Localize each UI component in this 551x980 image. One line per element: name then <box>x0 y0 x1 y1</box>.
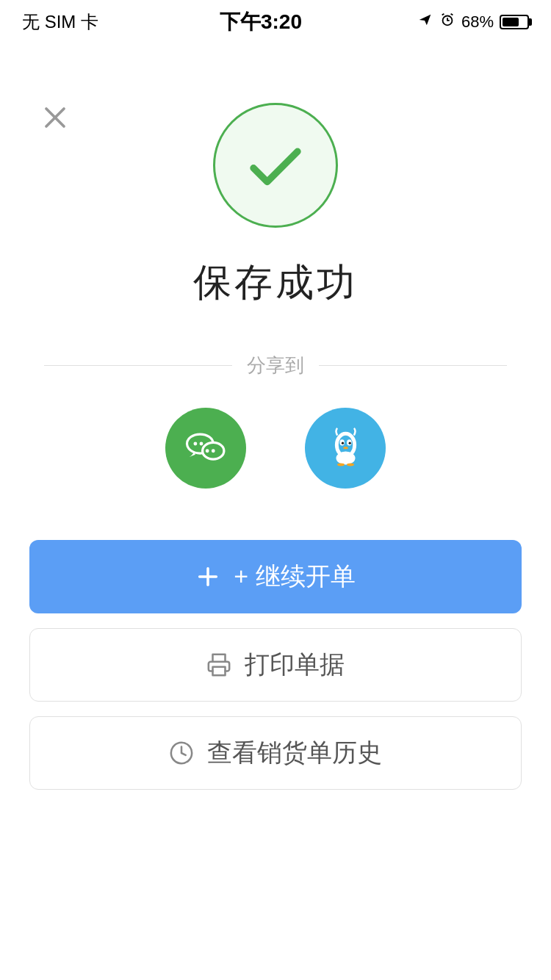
qq-share-button[interactable] <box>305 408 386 489</box>
success-title: 保存成功 <box>193 257 358 309</box>
svg-point-9 <box>193 442 197 445</box>
svg-point-10 <box>199 442 203 445</box>
history-button[interactable]: 查看销货单历史 <box>29 716 522 790</box>
svg-point-12 <box>211 449 215 453</box>
svg-point-11 <box>205 449 209 453</box>
svg-marker-1 <box>419 15 431 26</box>
status-bar: 无 SIM 卡 下午3:20 68% <box>0 0 551 44</box>
battery-icon <box>500 15 529 29</box>
battery-percentage: 68% <box>461 12 494 32</box>
close-button[interactable] <box>37 99 73 136</box>
wechat-share-button[interactable] <box>165 408 246 489</box>
svg-line-3 <box>442 14 444 15</box>
svg-point-21 <box>337 463 345 466</box>
svg-point-19 <box>343 447 348 449</box>
status-right: 68% <box>417 12 529 32</box>
wechat-icon <box>182 425 230 472</box>
plus-icon <box>195 564 220 589</box>
print-label: 打印单据 <box>245 648 345 682</box>
no-sim-label: 无 SIM 卡 <box>22 10 98 34</box>
alarm-icon <box>439 12 455 32</box>
continue-label: + 继续开单 <box>234 560 355 594</box>
share-label: 分享到 <box>232 353 319 378</box>
divider-line-left <box>44 365 232 366</box>
svg-rect-25 <box>213 667 226 675</box>
svg-point-20 <box>336 451 355 464</box>
svg-point-18 <box>348 442 350 444</box>
qq-icon <box>322 425 370 472</box>
print-icon <box>206 652 231 677</box>
success-icon-circle <box>213 103 338 228</box>
history-label: 查看销货单历史 <box>207 736 382 770</box>
location-icon <box>417 12 433 32</box>
divider-line-right <box>319 365 507 366</box>
actions-section: + 继续开单 打印单据 查看销货单历史 <box>0 540 551 790</box>
status-time: 下午3:20 <box>220 8 302 36</box>
svg-point-17 <box>341 442 343 444</box>
share-icons-row <box>165 408 386 489</box>
svg-line-4 <box>451 14 453 15</box>
main-content: 保存成功 分享到 <box>0 44 551 980</box>
checkmark-icon <box>242 132 309 198</box>
svg-point-22 <box>347 463 354 466</box>
continue-button[interactable]: + 继续开单 <box>29 540 522 613</box>
print-button[interactable]: 打印单据 <box>29 628 522 702</box>
status-left: 无 SIM 卡 <box>22 10 104 34</box>
share-divider: 分享到 <box>0 353 551 378</box>
history-icon <box>169 741 194 765</box>
